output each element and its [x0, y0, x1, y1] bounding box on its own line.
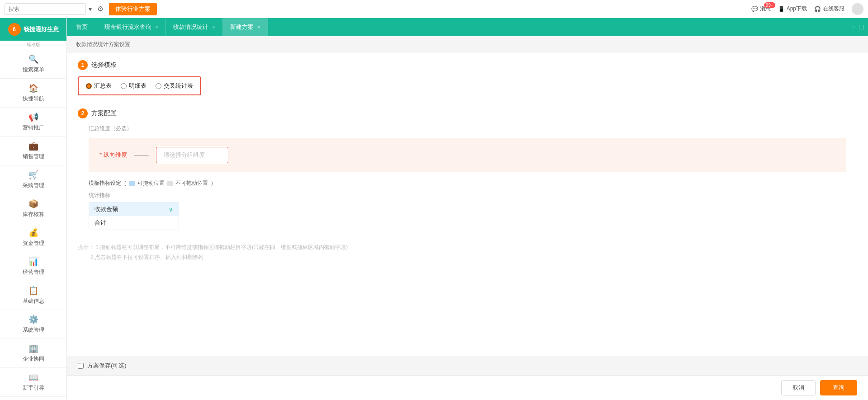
draggable-dot [129, 181, 135, 186]
service-item[interactable]: 🎧 在线客服 [814, 5, 844, 13]
hint-item-1: 1.拖动标题栏可以调整布局，不可跨维度或指标区域拖动栏目字段(只能在同一维度或指… [95, 244, 348, 250]
sidebar-item-label: 库存核算 [23, 211, 44, 218]
radio-summary[interactable]: 汇总表 [86, 82, 112, 90]
radio-detail-input[interactable] [121, 83, 127, 89]
breadcrumb: 收款情况统计方案设置 [67, 36, 868, 53]
download-item[interactable]: 📱 App下载 [778, 5, 807, 13]
gear-icon[interactable]: ⚙ [94, 3, 106, 15]
metrics-table-header-row: 收款金额 ∨ [89, 202, 179, 216]
sidebar-item-enterprise[interactable]: 🏢 企业协同 [0, 339, 66, 368]
page-content: 收款情况统计方案设置 1 选择模板 汇总表 [67, 36, 868, 375]
metrics-subtotal-label: 合计 [94, 219, 106, 226]
template-selector: 汇总表 明细表 交叉统计表 [78, 76, 201, 95]
maximize-icon[interactable]: □ [859, 23, 863, 31]
service-icon: 🎧 [814, 6, 821, 12]
sidebar-item-label: 营销推广 [23, 124, 44, 132]
step2-title: 方案配置 [91, 109, 117, 118]
sidebar-item-finance[interactable]: 💰 资金管理 [0, 223, 66, 252]
metrics-table: 收款金额 ∨ 合计 [89, 202, 179, 230]
step1-badge: 1 [78, 60, 88, 70]
logo-icon: 6 [8, 23, 21, 36]
sidebar-item-system[interactable]: ⚙️ 系统管理 [0, 310, 66, 339]
radio-cross-input[interactable] [156, 83, 161, 89]
dimension-select[interactable]: 请选择分组维度 [156, 147, 228, 163]
step1-section: 1 选择模板 汇总表 明细表 [67, 53, 868, 101]
sidebar-item-label: 经营管理 [23, 268, 44, 276]
hint-section: 提示： 1.拖动标题栏可以调整布局，不可跨维度或指标区域拖动栏目字段(只能在同一… [67, 243, 868, 262]
top-bar: ▾ ⚙ 体验行业方案 💬 消息 99+ 📱 App下载 🎧 在线客服 [0, 0, 868, 18]
step1-header: 1 选择模板 [78, 60, 857, 70]
tab-cashflow[interactable]: 现金银行流水查询 × [97, 18, 166, 36]
tab-new-plan-close[interactable]: × [257, 24, 260, 30]
non-draggable-dot [167, 181, 173, 186]
sidebar-item-marketing[interactable]: 📢 营销推广 [0, 108, 66, 136]
search-icon: 🔍 [28, 54, 38, 64]
home-icon: 🏠 [28, 83, 38, 93]
content-area: 首页 现金银行流水查询 × 收款情况统计 × 新建方案 × − □ 收款情况统计… [67, 18, 868, 400]
radio-cross[interactable]: 交叉统计表 [156, 82, 193, 90]
minimize-icon[interactable]: − [851, 23, 855, 31]
sidebar-logo: 6 畅捷通好生意 [0, 18, 66, 41]
tab-receipt-close[interactable]: × [212, 24, 215, 30]
enterprise-icon: 🏢 [28, 344, 38, 353]
radio-detail[interactable]: 明细表 [121, 82, 146, 90]
message-item[interactable]: 💬 消息 99+ [751, 5, 771, 13]
sidebar-item-guide[interactable]: 📖 新手引导 [0, 368, 66, 397]
sidebar-item-sales[interactable]: 💼 销售管理 [0, 136, 66, 165]
radio-summary-input[interactable] [86, 83, 92, 89]
main-layout: 6 畅捷通好生意 标准版 🔍 搜索菜单 🏠 快捷导航 📢 营销推广 💼 销售管理… [0, 18, 868, 400]
search-input[interactable] [5, 3, 86, 15]
metrics-dropdown-icon[interactable]: ∨ [169, 206, 173, 213]
inventory-icon: 📦 [28, 199, 38, 209]
message-icon: 💬 [751, 6, 758, 12]
sidebar-item-inventory[interactable]: 📦 库存核算 [0, 194, 66, 223]
cancel-button[interactable]: 取消 [781, 380, 816, 395]
top-bar-left: ▾ ⚙ 体验行业方案 [5, 3, 748, 15]
tab-home[interactable]: 首页 [67, 18, 97, 36]
dropdown-button[interactable]: ▾ [89, 5, 92, 13]
tab-receipt-label: 收款情况统计 [173, 23, 208, 31]
system-icon: ⚙️ [28, 315, 38, 325]
dimension-area: * 纵向维度 —— 请选择分组维度 [89, 138, 846, 172]
message-badge: 99+ [764, 2, 775, 8]
step1-title: 选择模板 [91, 61, 117, 69]
step2-badge: 2 [78, 108, 88, 118]
marketing-icon: 📢 [28, 112, 38, 122]
hint-item-2: 2.点击标题栏下拉可设置排序、插入列和删除列 [78, 254, 203, 260]
sidebar-item-nav[interactable]: 🏠 快捷导航 [0, 79, 66, 108]
metrics-header-label: 收款金额 [94, 205, 118, 213]
purchase-icon: 🛒 [28, 170, 38, 180]
metrics-section-label: 统计指标 [89, 192, 846, 199]
sidebar-item-label: 快捷导航 [23, 95, 44, 103]
save-checkbox[interactable] [78, 363, 84, 369]
sidebar: 6 畅捷通好生意 标准版 🔍 搜索菜单 🏠 快捷导航 📢 营销推广 💼 销售管理… [0, 18, 67, 400]
sidebar-item-label: 资金管理 [23, 240, 44, 247]
hint-title: 提示： [78, 244, 94, 250]
sidebar-item-search[interactable]: 🔍 搜索菜单 [0, 50, 66, 79]
step2-section: 2 方案配置 汇总维度（必选） * 纵向维度 —— 请选择分组维度 [67, 101, 868, 243]
tab-receipt[interactable]: 收款情况统计 × [166, 18, 223, 36]
sidebar-item-basic-info[interactable]: 📋 基础信息 [0, 281, 66, 310]
edition-label: 标准版 [0, 41, 66, 50]
tab-bar: 首页 现金银行流水查询 × 收款情况统计 × 新建方案 × − □ [67, 18, 868, 36]
query-button[interactable]: 查询 [820, 380, 857, 395]
sidebar-item-label: 销售管理 [23, 153, 44, 160]
tab-cashflow-label: 现金银行流水查询 [104, 23, 151, 31]
metrics-section: 统计指标 收款金额 ∨ 合计 [89, 192, 846, 230]
sidebar-item-purchase[interactable]: 🛒 采购管理 [0, 165, 66, 194]
radio-summary-label: 汇总表 [94, 82, 112, 90]
form-container: 1 选择模板 汇总表 明细表 [67, 53, 868, 356]
sidebar-item-label: 新手引导 [23, 384, 44, 392]
dimension-title: 汇总维度（必选） [89, 125, 846, 132]
guide-icon: 📖 [28, 372, 38, 382]
sidebar-item-label: 系统管理 [23, 326, 44, 334]
page-footer: 方案保存(可选) [67, 356, 868, 375]
sidebar-item-management[interactable]: 📊 经营管理 [0, 252, 66, 281]
trial-button[interactable]: 体验行业方案 [109, 3, 157, 15]
sidebar-item-hardware[interactable]: 🔧 智能硬件 [0, 397, 66, 400]
tab-cashflow-close[interactable]: × [155, 24, 158, 30]
metrics-legend-row: 模板指标设定（ 可拖动位置 不可拖动位置 ） [89, 179, 846, 187]
avatar[interactable] [852, 3, 863, 15]
tab-home-label: 首页 [76, 23, 88, 31]
tab-new-plan[interactable]: 新建方案 × [223, 18, 268, 36]
